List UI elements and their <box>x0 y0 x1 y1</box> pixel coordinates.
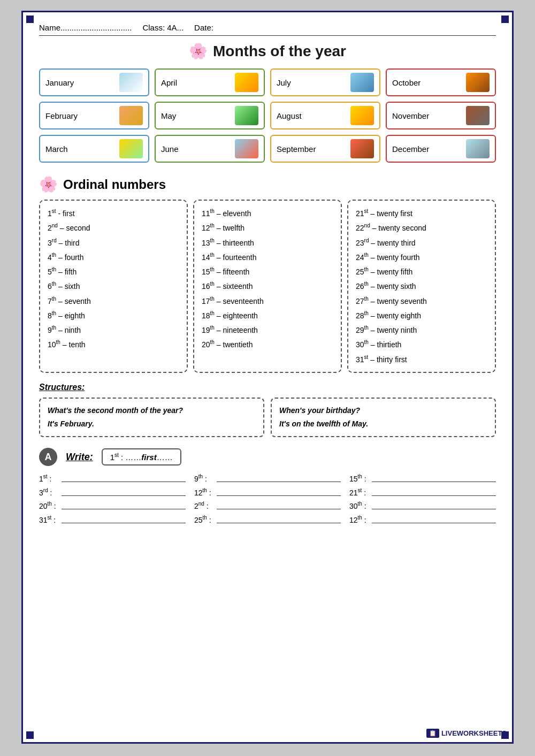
list-item: 19th – nineteenth <box>202 323 333 337</box>
structure-question-2: When's your birthday? <box>279 404 487 417</box>
month-image-jan <box>119 73 143 92</box>
ordinal-label: 3rd : <box>39 487 59 497</box>
lw-logo: 📋 <box>426 729 439 738</box>
list-item: 17th – seventeenth <box>202 294 333 308</box>
list-item: 13th – thirteenth <box>202 235 333 250</box>
class-label: Class: 4A... <box>142 23 184 32</box>
month-card-august: August <box>270 102 380 129</box>
month-image-jun <box>235 139 258 158</box>
ordinal-box-col1: 1st - first 2nd – second 3rd – third 4th… <box>39 200 188 373</box>
list-item: 28th – twenty eighth <box>356 308 487 323</box>
list-item: 14th – fourteenth <box>202 250 333 264</box>
write-row: 30th : <box>349 501 496 510</box>
ordinal-label: 30th : <box>349 501 370 510</box>
name-label: Name................................ <box>39 23 132 32</box>
ordinal-label: 31st : <box>39 515 59 524</box>
flower-icon: 🌸 <box>189 42 208 60</box>
ordinal-label: 2nd : <box>194 501 215 510</box>
answer-line[interactable] <box>62 488 186 496</box>
ordinal-label: 12th : <box>349 515 370 524</box>
write-col-3: 15th : 21st : 30th : 12th : <box>349 474 496 529</box>
write-row: 25th : <box>194 515 341 524</box>
write-section: A Write: 1st : ……first…… 1st : 3rd : 20t… <box>39 448 496 529</box>
answer-line[interactable] <box>372 488 496 496</box>
write-label: Write: <box>66 452 93 463</box>
ordinal-label: 25th : <box>194 515 215 524</box>
structures-title: Structures: <box>39 383 496 392</box>
structure-answer-1: It's February. <box>48 417 256 431</box>
month-card-november: November <box>386 102 496 129</box>
write-row: 12th : <box>349 515 496 524</box>
month-label: April <box>161 78 235 87</box>
month-label: July <box>277 78 350 87</box>
list-item: 11th – eleventh <box>202 206 333 220</box>
month-image-dec <box>466 139 490 158</box>
list-item: 27th – twenty seventh <box>356 294 487 308</box>
write-col-2: 9th : 12th : 2nd : 25th : <box>194 474 341 529</box>
month-image-may <box>235 106 258 125</box>
list-item: 23rd – twenty third <box>356 235 487 250</box>
answer-line[interactable] <box>372 516 496 523</box>
answer-line[interactable] <box>372 475 496 482</box>
answer-line[interactable] <box>217 488 341 496</box>
months-title: Months of the year <box>213 43 346 60</box>
list-item: 8th – eighth <box>48 308 179 323</box>
answer-line[interactable] <box>217 516 341 523</box>
answer-line[interactable] <box>217 475 341 482</box>
worksheet-page: Name................................ Cla… <box>21 11 514 744</box>
list-item: 30th – thirtieth <box>356 337 487 352</box>
structure-box-2: When's your birthday? It's on the twelft… <box>271 398 496 437</box>
month-label: March <box>45 144 119 154</box>
write-col-1: 1st : 3rd : 20th : 31st : <box>39 474 186 529</box>
write-row: 31st : <box>39 515 186 524</box>
ordinal-box-col2: 11th – eleventh 12th – twelfth 13th – th… <box>193 200 342 373</box>
list-item: 1st - first <box>48 206 179 220</box>
list-item: 2nd – second <box>48 220 179 235</box>
date-label: Date: <box>194 23 213 32</box>
month-card-december: December <box>386 135 496 163</box>
ordinal-label: 9th : <box>194 474 215 483</box>
ordinal-label: 1st : <box>39 474 59 483</box>
list-item: 24th – twenty fourth <box>356 250 487 264</box>
ordinal-label: 20th : <box>39 501 59 510</box>
list-item: 9th – ninth <box>48 323 179 337</box>
flower-icon-2: 🌸 <box>39 175 58 193</box>
write-row: 15th : <box>349 474 496 483</box>
answer-line[interactable] <box>62 502 186 509</box>
list-item: 3rd – third <box>48 235 179 250</box>
example-box: 1st : ……first…… <box>102 448 181 465</box>
ordinal-box-col3: 21st – twenty first 22nd – twenty second… <box>347 200 496 373</box>
month-label: February <box>45 111 119 120</box>
month-image-mar <box>119 139 143 158</box>
ordinal-title-row: 🌸 Ordinal numbers <box>39 175 496 193</box>
list-item: 21st – twenty first <box>356 206 487 220</box>
month-image-oct <box>466 73 490 92</box>
section-letter: A <box>39 448 57 466</box>
month-image-nov <box>466 106 490 125</box>
structure-question-1: What's the second month of the year? <box>48 404 256 417</box>
list-item: 29th – twenty ninth <box>356 323 487 337</box>
answer-line[interactable] <box>62 516 186 523</box>
list-item: 18th – eighteenth <box>202 308 333 323</box>
month-label: November <box>392 111 466 120</box>
month-card-june: June <box>155 135 265 163</box>
answer-line[interactable] <box>217 502 341 509</box>
month-card-september: September <box>270 135 380 163</box>
footer: 📋 LIVEWORKSHEETS <box>426 729 507 738</box>
answer-line[interactable] <box>372 502 496 509</box>
list-item: 26th – twenty sixth <box>356 279 487 293</box>
ordinal-label: 12th : <box>194 487 215 497</box>
ordinal-label: 15th : <box>349 474 370 483</box>
ordinal-label: 21st : <box>349 487 370 497</box>
structure-answer-2: It's on the twelfth of May. <box>279 417 487 431</box>
month-image-feb <box>119 106 143 125</box>
list-item: 7th – seventh <box>48 294 179 308</box>
footer-text: LIVEWORKSHEETS <box>441 729 507 737</box>
structure-box-1: What's the second month of the year? It'… <box>39 398 264 437</box>
month-image-sep <box>350 139 374 158</box>
list-item: 15th – fifteenth <box>202 264 333 279</box>
answer-line[interactable] <box>62 475 186 482</box>
list-item: 20th – twentieth <box>202 337 333 352</box>
list-item: 4th – fourth <box>48 250 179 264</box>
list-item: 25th – twenty fifth <box>356 264 487 279</box>
